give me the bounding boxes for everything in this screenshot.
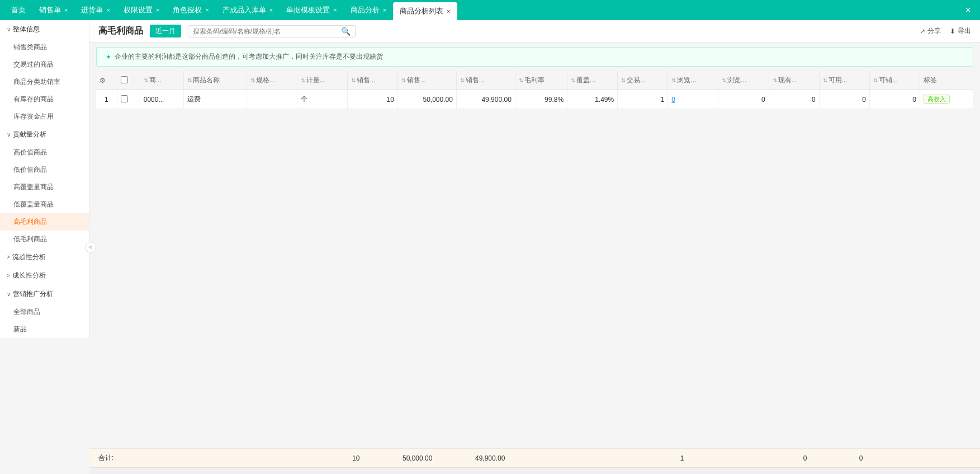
col-header-13[interactable]: ⇅浏览...: [718, 71, 769, 90]
table-row: 10000...运费个1050,000.0049,900.0099.8%1.49…: [96, 90, 973, 109]
cell-tag[interactable]: 高收入: [920, 90, 973, 109]
col-sort-icon: ⇅: [621, 77, 626, 83]
sidebar-item-低价值商品[interactable]: 低价值商品: [0, 161, 89, 179]
col-sort-icon: ⇅: [401, 77, 406, 83]
nav-item-产成品入库单[interactable]: 产成品入库单×: [216, 0, 280, 20]
col-label: 商品名称: [193, 76, 220, 84]
sidebar-group-整体信息[interactable]: ∨整体信息: [0, 20, 89, 39]
sidebar-item-全部商品[interactable]: 全部商品: [0, 303, 89, 321]
sidebar-item-高覆盖量商品[interactable]: 高覆盖量商品: [0, 179, 89, 196]
col-header-9[interactable]: ⇅毛利率: [515, 71, 567, 90]
col-sort-icon: ⇅: [873, 77, 878, 83]
browse-link[interactable]: 0: [671, 96, 675, 104]
col-label: 毛利率: [524, 76, 545, 84]
col-sort-icon: ⇅: [460, 77, 465, 83]
nav-close-单据模板设置[interactable]: ×: [333, 7, 337, 13]
sidebar-item-高价值商品[interactable]: 高价值商品: [0, 144, 89, 161]
footer-sales-qty: 10: [326, 454, 359, 462]
sidebar-item-交易过的商品[interactable]: 交易过的商品: [0, 56, 89, 73]
settings-icon[interactable]: ⚙: [100, 77, 106, 85]
sidebar-item-库存资金占用[interactable]: 库存资金占用: [0, 108, 89, 125]
col-header-4[interactable]: ⇅规格...: [247, 71, 297, 90]
sidebar-group-营销推广分析[interactable]: ∨营销推广分析: [0, 285, 89, 303]
tip-banner: ✦ 企业的主要的利润都是这部分商品创造的，可考虑加大推广，同时关注库存是不要出现…: [96, 47, 973, 67]
col-header-15[interactable]: ⇅可用...: [819, 71, 869, 90]
row-checkbox[interactable]: [121, 95, 128, 102]
sidebar-item-有库存的商品[interactable]: 有库存的商品: [0, 91, 89, 108]
export-button[interactable]: ⬇ 导出: [950, 26, 971, 36]
select-all-checkbox[interactable]: [121, 76, 128, 83]
sidebar-item-新品[interactable]: 新品: [0, 321, 89, 338]
sidebar-group-贡献量分析[interactable]: ∨贡献量分析: [0, 125, 89, 144]
col-sort-icon: ⇅: [144, 77, 148, 83]
nav-item-角色授权[interactable]: 角色授权×: [166, 0, 215, 20]
cell-browse1[interactable]: 0: [668, 90, 718, 109]
sidebar-group-成长性分析[interactable]: >成长性分析: [0, 266, 89, 285]
sidebar-group-label: 成长性分析: [12, 271, 46, 280]
col-header-3[interactable]: ⇅商品名称: [184, 71, 247, 90]
sidebar-item-低覆盖量商品[interactable]: 低覆盖量商品: [0, 196, 89, 213]
nav-item-首页[interactable]: 首页: [4, 0, 32, 20]
nav-item-销售单[interactable]: 销售单×: [32, 0, 74, 20]
cell-checkbox[interactable]: [117, 90, 140, 109]
col-label: 可销...: [879, 76, 898, 84]
footer-stock-current: 0: [784, 454, 807, 462]
col-header-10[interactable]: ⇅覆盖...: [567, 71, 618, 90]
nav-item-单据模板设置[interactable]: 单据模板设置×: [280, 0, 343, 20]
col-header-16[interactable]: ⇅可销...: [869, 71, 920, 90]
nav-close-销售单[interactable]: ×: [64, 7, 68, 13]
cell-code: 0000...: [140, 90, 184, 109]
content-area: 高毛利商品 近一月 🔍 ↗ 分享 ⬇ 导出 ✦ 企业的主要的利润都是这部分商品创…: [89, 20, 980, 474]
col-sort-icon: ⇅: [351, 77, 356, 83]
search-input[interactable]: [193, 27, 339, 35]
nav-item-商品分析列表[interactable]: 商品分析列表×: [393, 2, 457, 20]
nav-close-商品分析[interactable]: ×: [383, 7, 386, 13]
col-label: 商...: [149, 76, 162, 84]
nav-item-权限设置[interactable]: 权限设置×: [117, 0, 166, 20]
col-header-8[interactable]: ⇅销售...: [456, 71, 515, 90]
col-header-5[interactable]: ⇅计量...: [297, 71, 347, 90]
sidebar-item-高毛利商品[interactable]: 高毛利商品: [0, 213, 89, 231]
cell-stock-sellable: 0: [869, 90, 920, 109]
main-layout: ∨整体信息销售类商品交易过的商品商品分类助销率有库存的商品库存资金占用∨贡献量分…: [0, 20, 980, 474]
app-close-button[interactable]: ×: [960, 4, 976, 16]
col-header-11[interactable]: ⇅交易...: [618, 71, 668, 90]
col-sort-icon: ⇅: [519, 77, 523, 83]
arrow-icon: ∨: [7, 132, 11, 138]
cell-stock-current: 0: [769, 90, 819, 109]
footer-label: 合计:: [98, 453, 113, 463]
col-sort-icon: ⇅: [722, 77, 726, 83]
nav-item-进货单[interactable]: 进货单×: [74, 0, 116, 20]
sidebar-group-label: 整体信息: [13, 25, 40, 34]
nav-close-进货单[interactable]: ×: [106, 7, 110, 13]
sidebar-group-流趋性分析[interactable]: >流趋性分析: [0, 248, 89, 266]
recent-month-button[interactable]: 近一月: [150, 25, 181, 37]
table-container: ⚙⇅商...⇅商品名称⇅规格...⇅计量...⇅销售...⇅销售...⇅销售..…: [89, 71, 980, 448]
col-sort-icon: ⇅: [250, 77, 255, 83]
cell-unit: 个: [297, 90, 347, 109]
col-header-7[interactable]: ⇅销售...: [397, 71, 456, 90]
col-header-14[interactable]: ⇅现有...: [769, 71, 819, 90]
search-icon[interactable]: 🔍: [341, 27, 351, 36]
sidebar-item-低毛利商品[interactable]: 低毛利商品: [0, 231, 89, 248]
col-label: 覆盖...: [576, 76, 595, 84]
col-header-2[interactable]: ⇅商...: [140, 71, 184, 90]
sidebar-group-label: 营销推广分析: [13, 289, 53, 299]
nav-close-商品分析列表[interactable]: ×: [447, 8, 450, 15]
nav-close-权限设置[interactable]: ×: [156, 7, 159, 13]
sidebar-item-商品分类助销率[interactable]: 商品分类助销率: [0, 73, 89, 91]
horizontal-scrollbar[interactable]: [89, 467, 980, 474]
col-header-0: ⚙: [96, 71, 117, 90]
sidebar-item-销售类商品[interactable]: 销售类商品: [0, 39, 89, 56]
sidebar: ∨整体信息销售类商品交易过的商品商品分类助销率有库存的商品库存资金占用∨贡献量分…: [0, 20, 89, 474]
col-label: 销售...: [407, 76, 426, 84]
top-navigation: 首页销售单×进货单×权限设置×角色授权×产成品入库单×单据模板设置×商品分析×商…: [0, 0, 980, 20]
col-header-6[interactable]: ⇅销售...: [347, 71, 397, 90]
sidebar-collapse-button[interactable]: «: [85, 242, 96, 253]
nav-close-角色授权[interactable]: ×: [205, 7, 209, 13]
nav-close-产成品入库单[interactable]: ×: [269, 7, 273, 13]
cell-transaction: 1: [618, 90, 668, 109]
nav-item-商品分析[interactable]: 商品分析×: [344, 0, 393, 20]
col-header-12[interactable]: ⇅浏览...: [668, 71, 718, 90]
share-button[interactable]: ↗ 分享: [920, 26, 941, 36]
